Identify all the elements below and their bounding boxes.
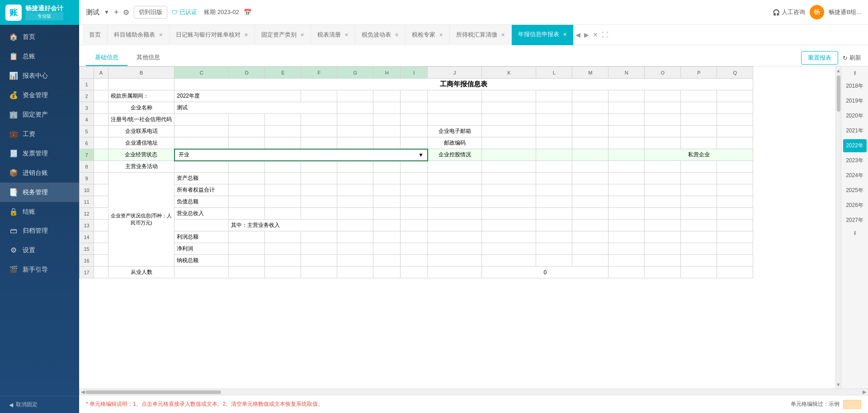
col-F[interactable]: F xyxy=(301,67,337,79)
cell-10-H[interactable] xyxy=(373,184,401,196)
reset-report-button[interactable]: 重置报表 xyxy=(801,51,838,65)
cell-8-H[interactable] xyxy=(373,161,401,173)
cell-7-M[interactable] xyxy=(572,149,609,161)
sidebar-collapse-button[interactable]: ◀ 取消固定 xyxy=(0,396,79,413)
customer-service-button[interactable]: 🎧 人工咨询 xyxy=(773,8,805,16)
cell-11-K[interactable] xyxy=(482,196,536,208)
year-2024[interactable]: 2024年 xyxy=(843,169,867,182)
cell-3-N[interactable] xyxy=(609,102,645,114)
cell-14-P[interactable] xyxy=(681,231,717,243)
cell-10-Q[interactable] xyxy=(717,184,753,196)
cell-5-M[interactable] xyxy=(572,126,609,137)
cell-11-P[interactable] xyxy=(681,196,717,208)
cell-2-O[interactable] xyxy=(645,90,681,102)
sidebar-item-archive[interactable]: 🗃 归档管理 xyxy=(0,221,79,240)
cell-9-O[interactable] xyxy=(645,173,681,184)
cell-17-G[interactable] xyxy=(337,267,373,278)
tab-tax-expert[interactable]: 税检专家 ✕ xyxy=(406,25,450,45)
cell-6-E[interactable] xyxy=(265,137,301,149)
cell-16-P[interactable] xyxy=(681,255,717,267)
col-M[interactable]: M xyxy=(572,67,609,79)
year-2019[interactable]: 2019年 xyxy=(843,94,867,108)
cell-11-F[interactable] xyxy=(301,196,337,208)
cell-4-F[interactable] xyxy=(301,114,337,126)
cell-17-J[interactable] xyxy=(428,267,482,278)
cell-3-K[interactable] xyxy=(482,102,536,114)
col-H[interactable]: H xyxy=(373,67,401,79)
col-O[interactable]: O xyxy=(645,67,681,79)
cell-8-C[interactable] xyxy=(175,161,229,173)
cell-15-P[interactable] xyxy=(681,243,717,255)
cell-6-L[interactable] xyxy=(536,137,572,149)
add-company-button[interactable]: + xyxy=(114,8,119,17)
cell-4-N[interactable] xyxy=(609,114,645,126)
cell-10-O[interactable] xyxy=(645,184,681,196)
cell-5-P[interactable] xyxy=(681,126,717,137)
cell-12-G[interactable] xyxy=(337,208,373,220)
col-P[interactable]: P xyxy=(681,67,717,79)
cell-15-N[interactable] xyxy=(609,243,645,255)
vertical-scrollbar[interactable]: ▲ ▼ xyxy=(835,66,841,389)
cell-12-A[interactable] xyxy=(94,208,108,220)
spreadsheet-main[interactable]: A B C D E F G H I J K L xyxy=(79,66,835,389)
cell-4-H[interactable] xyxy=(373,114,401,126)
sidebar-item-payroll[interactable]: 💼 工资 xyxy=(0,124,79,144)
subtab-other[interactable]: 其他信息 xyxy=(127,50,169,66)
cell-2-N[interactable] xyxy=(609,90,645,102)
cell-13-Q[interactable] xyxy=(717,220,753,231)
cell-14-F[interactable] xyxy=(301,231,337,243)
cell-10-E[interactable] xyxy=(265,184,301,196)
cell-8-B[interactable]: 主营业务活动 xyxy=(108,161,175,173)
cell-16-Q[interactable] xyxy=(717,255,753,267)
cell-8-E[interactable] xyxy=(265,161,301,173)
cell-15-G[interactable] xyxy=(337,243,373,255)
cell-1-A[interactable] xyxy=(94,79,108,90)
cell-17-D[interactable] xyxy=(229,267,265,278)
cell-17-A[interactable] xyxy=(94,267,108,278)
col-A[interactable]: A xyxy=(94,67,108,79)
cell-6-J[interactable]: 邮政编码 xyxy=(428,137,482,149)
cell-5-K[interactable] xyxy=(482,126,536,137)
cell-4-C[interactable] xyxy=(175,114,229,126)
cell-8-F[interactable] xyxy=(301,161,337,173)
cell-5-J[interactable]: 企业电子邮箱 xyxy=(428,126,482,137)
year-scroll-down[interactable]: ⬇ xyxy=(851,229,859,238)
cell-11-L[interactable] xyxy=(536,196,572,208)
tab-tax-return-close[interactable]: ✕ xyxy=(344,32,349,38)
cell-15-I[interactable] xyxy=(401,243,428,255)
scroll-right-arrow[interactable]: ▶ xyxy=(862,389,867,395)
year-2025[interactable]: 2025年 xyxy=(843,184,867,197)
cell-15-A[interactable] xyxy=(94,243,108,255)
col-K[interactable]: K xyxy=(482,67,536,79)
cell-9-J[interactable] xyxy=(428,173,482,184)
cell-7-C-dropdown[interactable]: 开业 ▼ xyxy=(175,149,428,161)
cell-5-L[interactable] xyxy=(536,126,572,137)
cell-14-H[interactable] xyxy=(373,231,401,243)
cell-6-P[interactable] xyxy=(681,137,717,149)
col-L[interactable]: L xyxy=(536,67,572,79)
cell-6-H[interactable] xyxy=(373,137,401,149)
cell-17-Q[interactable] xyxy=(717,267,753,278)
cell-3-J[interactable] xyxy=(428,102,482,114)
switch-oldversion-button[interactable]: 切到旧版 xyxy=(134,6,167,19)
cell-17-F[interactable] xyxy=(301,267,337,278)
cell-14-N[interactable] xyxy=(609,231,645,243)
cell-4-B[interactable]: 注册号/统一社会信用代码 xyxy=(108,114,175,126)
tab-journal-bank[interactable]: 日记账与银行对账单核对 ✕ xyxy=(170,25,255,45)
cell-3-C[interactable]: 测试 xyxy=(175,102,337,114)
cell-6-Q[interactable] xyxy=(717,137,753,149)
cell-15-K[interactable] xyxy=(482,243,536,255)
cell-3-A[interactable] xyxy=(94,102,108,114)
year-2023[interactable]: 2023年 xyxy=(843,154,867,167)
cell-10-P[interactable] xyxy=(681,184,717,196)
cell-8-P[interactable] xyxy=(681,161,717,173)
cell-6-A[interactable] xyxy=(94,137,108,149)
cell-2-I[interactable] xyxy=(401,90,428,102)
cell-2-K[interactable] xyxy=(482,90,536,102)
cell-8-A[interactable] xyxy=(94,161,108,173)
cell-2-Q[interactable] xyxy=(717,90,753,102)
cell-4-G[interactable] xyxy=(337,114,373,126)
col-E[interactable]: E xyxy=(265,67,301,79)
cell-3-B[interactable]: 企业名称 xyxy=(108,102,175,114)
cell-14-O[interactable] xyxy=(645,231,681,243)
